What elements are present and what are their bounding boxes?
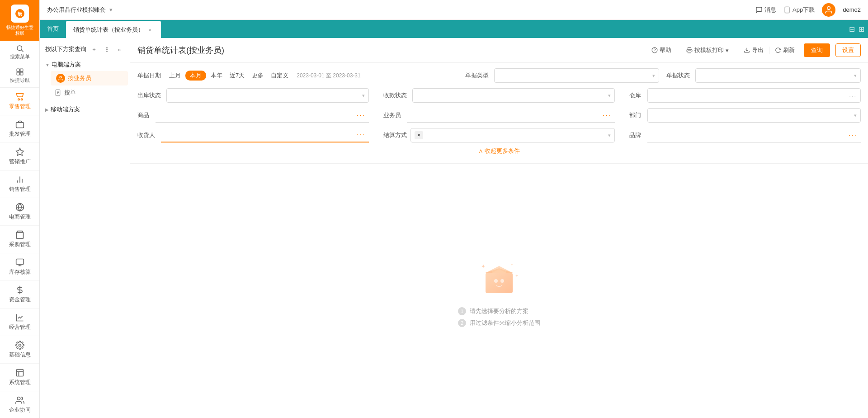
doc-type-arrow-icon: ▾ <box>652 73 655 79</box>
refresh-btn[interactable]: 刷新 <box>775 46 795 54</box>
user-name[interactable]: demo2 <box>843 6 861 13</box>
product-input[interactable]: ··· <box>156 108 369 123</box>
query-btn[interactable]: 查询 <box>804 43 830 57</box>
empty-tips: 1 请先选择要分析的方案 2 用过滤条件来缩小分析范围 <box>458 307 540 327</box>
sidebar-item-operations[interactable]: 经营管理 <box>0 309 39 336</box>
tab-maximize-btn[interactable]: ⊞ <box>859 25 864 33</box>
sidebar: 畅 畅捷通好生意 标版 搜索菜单 快捷导航 零售管理 批发管理 营销推广 <box>0 0 40 418</box>
panel-section-mobile-header[interactable]: ▶ 移动端方案 <box>40 104 130 115</box>
sidebar-item-ecommerce-label: 电商管理 <box>9 213 31 221</box>
sidebar-search-item[interactable]: 搜索菜单 <box>0 41 39 64</box>
refresh-label: 刷新 <box>783 46 795 54</box>
app-download-label: App下载 <box>793 6 815 14</box>
svg-rect-18 <box>16 259 24 265</box>
sidebar-item-system[interactable]: 系统管理 <box>0 364 39 391</box>
receipt-status-select[interactable]: ▾ <box>412 88 615 103</box>
logo-icon: 畅 <box>11 5 29 23</box>
svg-rect-4 <box>17 69 19 71</box>
user-avatar[interactable] <box>822 3 835 17</box>
svg-text:✦: ✦ <box>481 263 486 270</box>
sidebar-item-retail[interactable]: 零售管理 <box>0 88 39 115</box>
receipt-status-label: 收款状态 <box>383 91 409 100</box>
date-tab-this-month[interactable]: 本月 <box>185 71 206 81</box>
svg-point-2 <box>17 46 22 51</box>
brand-input[interactable]: ··· <box>647 128 861 142</box>
date-tab-last7[interactable]: 近7天 <box>227 71 247 81</box>
warehouse-label: 仓库 <box>629 91 644 100</box>
settings-btn[interactable]: 设置 <box>835 43 861 57</box>
app-download-btn[interactable]: App下载 <box>783 6 815 14</box>
svg-rect-7 <box>20 72 23 75</box>
panel-section-desktop-header[interactable]: ▼ 电脑端方案 <box>40 59 130 71</box>
svg-point-36 <box>60 76 61 78</box>
sidebar-item-marketing[interactable]: 营销推广 <box>0 143 39 171</box>
main-area: 办公用品行业模拟账套 ▾ 消息 App下载 demo2 首页 销货单统计表（按业… <box>40 0 868 418</box>
panel-item-salesperson-label: 按业务员 <box>68 74 91 82</box>
svg-point-20 <box>19 344 21 347</box>
sidebar-item-sales[interactable]: 销售管理 <box>0 171 39 198</box>
product-dots-icon: ··· <box>357 111 365 119</box>
sidebar-item-purchase[interactable]: 采购管理 <box>0 226 39 253</box>
doc-type-label: 单据类型 <box>465 71 491 80</box>
svg-rect-45 <box>486 273 513 293</box>
panel-header-actions: + « <box>89 44 124 54</box>
out-status-select[interactable]: ▾ <box>166 88 369 103</box>
sidebar-item-basic[interactable]: 基础信息 <box>0 336 39 364</box>
sidebar-item-ecommerce[interactable]: 电商管理 <box>0 198 39 226</box>
date-tab-more[interactable]: 更多 <box>249 71 266 81</box>
message-btn[interactable]: 消息 <box>755 6 776 14</box>
svg-rect-5 <box>20 69 23 71</box>
date-tab-this-year[interactable]: 本年 <box>208 71 225 81</box>
sidebar-item-wholesale-label: 批发管理 <box>9 130 31 138</box>
date-tab-custom[interactable]: 自定义 <box>268 71 291 81</box>
warehouse-select[interactable]: ··· <box>647 88 861 103</box>
help-btn[interactable]: 帮助 <box>651 46 671 54</box>
help-label: 帮助 <box>660 46 671 54</box>
sidebar-item-marketing-label: 营销推广 <box>9 158 31 166</box>
panel-collapse-btn[interactable]: « <box>114 44 124 54</box>
consignee-label: 收货人 <box>137 131 157 139</box>
sidebar-item-inventory[interactable]: 库存核算 <box>0 253 39 281</box>
print-dropdown-icon: ▾ <box>726 47 729 54</box>
topbar-right: 消息 App下载 demo2 <box>755 3 861 17</box>
sidebar-quicknav[interactable]: 快捷导航 <box>0 64 39 88</box>
doc-type-select[interactable]: ▾ <box>494 68 660 83</box>
collapse-more-btn[interactable]: ∧ 收起更多条件 <box>137 144 861 158</box>
panel-add-btn[interactable]: + <box>89 44 99 54</box>
print-label: 按模板打印 <box>694 46 724 54</box>
date-range-display: 2023-03-01 至 2023-03-31 <box>297 72 360 80</box>
page-actions: 帮助 按模板打印 ▾ 导出 <box>651 43 861 57</box>
payment-tag-close[interactable]: × <box>417 132 420 138</box>
divider-3 <box>769 47 769 54</box>
payment-tag: × <box>415 131 423 139</box>
panel-edit-btn[interactable] <box>102 44 112 54</box>
sidebar-item-wholesale[interactable]: 批发管理 <box>0 115 39 143</box>
panel-item-salesperson[interactable]: 按业务员 <box>51 71 128 86</box>
tab-close-btn[interactable]: × <box>146 26 154 33</box>
export-btn[interactable]: 导出 <box>744 46 764 54</box>
sidebar-item-finance[interactable]: 资金管理 <box>0 281 39 309</box>
panel-section-desktop-label: 电脑端方案 <box>52 61 81 69</box>
content-area: 按以下方案查询 + « ▼ 电脑端方案 <box>40 38 868 418</box>
tip-num-1: 1 <box>458 307 466 315</box>
salesperson-input[interactable]: ··· <box>407 108 615 123</box>
sidebar-logo[interactable]: 畅 畅捷通好生意 标版 <box>0 0 39 41</box>
section-arrow-icon: ▼ <box>45 62 50 67</box>
topbar-dropdown-icon[interactable]: ▾ <box>109 6 113 13</box>
warehouse-dots-icon: ··· <box>849 92 857 99</box>
print-btn[interactable]: 按模板打印 ▾ <box>683 44 732 56</box>
consignee-input[interactable]: ··· <box>161 128 369 142</box>
payment-method-select[interactable]: × ▾ <box>410 128 615 142</box>
empty-tip-1: 1 请先选择要分析的方案 <box>458 307 540 315</box>
tab-minimize-btn[interactable]: ⊟ <box>849 25 855 33</box>
filter-row-3: 商品 ··· 业务员 ··· <box>137 108 861 123</box>
tab-home[interactable]: 首页 <box>40 20 66 38</box>
sidebar-item-enterprise[interactable]: 企业协同 <box>0 391 39 418</box>
date-tab-last-month[interactable]: 上月 <box>166 71 184 81</box>
svg-point-32 <box>827 6 830 10</box>
panel-item-byorder[interactable]: 按单 <box>51 86 128 100</box>
department-select[interactable]: ▾ <box>647 108 861 123</box>
left-panel: 按以下方案查询 + « ▼ 电脑端方案 <box>40 38 130 418</box>
tab-sales-stats[interactable]: 销货单统计表（按业务员） × <box>66 21 161 39</box>
doc-status-select[interactable]: ▾ <box>695 68 861 83</box>
